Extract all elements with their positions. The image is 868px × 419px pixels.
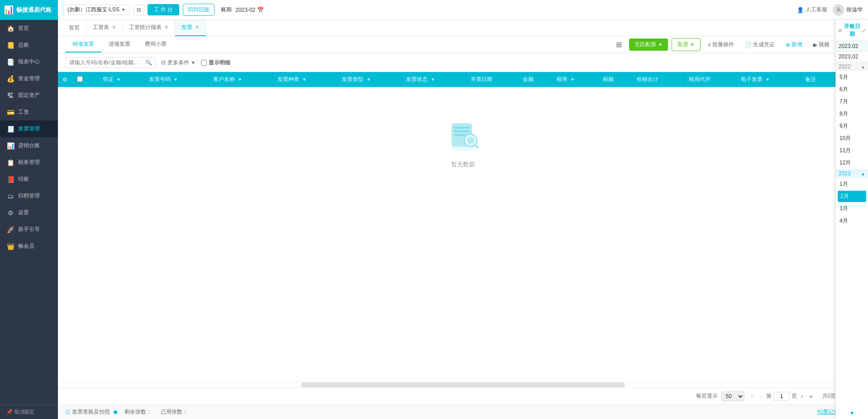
th-tax[interactable]: 税额 [598, 72, 632, 87]
sort-status-icon: ▼ [431, 77, 435, 82]
tab-invoice[interactable]: 发票 ✕ [175, 20, 206, 36]
th-tax-rate[interactable]: 税率 ▼ [552, 72, 598, 87]
month-2022-5[interactable]: 5月 [836, 71, 868, 83]
empty-text: 暂无数据 [451, 160, 475, 169]
month-2022-7[interactable]: 7月 [836, 96, 868, 108]
year-2022-header[interactable]: 2022 ▲ [836, 62, 868, 71]
month-2022-8[interactable]: 8月 [836, 108, 868, 120]
sidebar-item-funds[interactable]: 💰 资金管理 [0, 70, 58, 87]
sidebar-item-tax[interactable]: 📋 税务管理 [0, 154, 58, 171]
sidebar-item-reports[interactable]: 📑 报表中心 [0, 53, 58, 70]
sidebar-item-guide[interactable]: 🚀 新手引导 [0, 221, 58, 238]
month-2022-10[interactable]: 10月 [836, 132, 868, 144]
guide-icon: 🚀 [6, 226, 14, 233]
tab-salary-stat-close-icon[interactable]: ✕ [164, 24, 168, 30]
sub-tab-expense[interactable]: 费用小票 [138, 37, 174, 53]
first-page-button[interactable]: « [748, 392, 756, 400]
video-button[interactable]: ▶ 视频 [810, 39, 833, 50]
date-panel-close-icon[interactable]: ✕ [838, 27, 843, 34]
th-tax-total[interactable]: 价税合计 [632, 72, 684, 87]
last-page-button[interactable]: » [807, 392, 815, 400]
th-amount[interactable]: 金额 [518, 72, 552, 87]
th-checkbox[interactable] [72, 72, 98, 87]
page-input[interactable] [773, 392, 790, 401]
sidebar-item-vip[interactable]: 👑 畅会员 [0, 238, 58, 255]
scroll-down-icon[interactable]: ▼ [836, 407, 868, 419]
date-panel-expand-icon[interactable]: ⤢ [861, 27, 866, 34]
tab-salary[interactable]: 工资表 ✕ [86, 20, 123, 36]
search-input[interactable] [65, 57, 156, 68]
topbar-right: 👤 人工客服 头 徐溢华 [797, 4, 863, 16]
more-conditions-button[interactable]: ⊟ 更多条件 ▼ [161, 59, 196, 67]
show-detail-wrap[interactable]: 显示明细 [201, 59, 230, 67]
next-page-button[interactable]: › [799, 392, 805, 400]
new-button[interactable]: ⊕ 新增 [782, 39, 806, 50]
th-open-date[interactable]: 开票日期 [466, 72, 518, 87]
sidebar-item-settings[interactable]: ⚙ 设置 [0, 204, 58, 221]
sidebar-item-ledger[interactable]: 📒 总账 [0, 37, 58, 53]
tab-invoice-close-icon[interactable]: ✕ [195, 24, 199, 30]
batch-op-button[interactable]: ≡ 批量操作 [704, 39, 738, 50]
old-version-button[interactable]: 切到旧版 [183, 4, 215, 16]
hscroll-bar[interactable] [58, 382, 868, 387]
month-2023-1[interactable]: 1月 [836, 178, 868, 190]
sidebar-item-home[interactable]: 🏠 首页 [0, 20, 58, 37]
sidebar-item-label-home: 首页 [18, 24, 29, 32]
th-tax-office[interactable]: 税局代开 [684, 72, 736, 87]
month-2023-3[interactable]: 3月 [836, 202, 868, 215]
grid-view-icon[interactable]: ⊞ [616, 40, 622, 49]
th-remark[interactable]: 备注 [801, 72, 835, 87]
sidebar-item-close[interactable]: 📕 结账 [0, 171, 58, 188]
th-invoice-type[interactable]: 发票种类 ▼ [273, 72, 337, 87]
no-match-button[interactable]: 无匹配票 ▼ [629, 39, 668, 51]
month-2023-4[interactable]: 4月 [836, 215, 868, 227]
sidebar-item-salary[interactable]: 💳 工资 [0, 104, 58, 120]
company-selector[interactable]: (勿删）江西服宝-LSS ▼ [63, 5, 130, 15]
th-invoice-no[interactable]: 发票号码 ▼ [144, 72, 208, 87]
th-voucher[interactable]: 凭证 ▼ [98, 72, 144, 87]
th-invoice-status[interactable]: 发票状态 ▼ [401, 72, 466, 87]
unpin-icon: 📌 [6, 409, 13, 415]
invoice-verify-button[interactable]: ☑ 发票查验及拍照 [65, 408, 117, 416]
tab-salary-close-icon[interactable]: ✕ [112, 24, 116, 30]
search-icon[interactable]: 🔍 [145, 59, 152, 66]
sidebar-unpin[interactable]: 📌 取消固定 [0, 405, 58, 419]
vip-icon: 👑 [6, 243, 14, 250]
settings-icon: ⚙ [6, 209, 14, 217]
year-2023-header[interactable]: 2023 ▲ [836, 169, 868, 178]
sidebar-item-assets[interactable]: 🏗 固定资产 [0, 87, 58, 104]
month-2022-11[interactable]: 11月 [836, 144, 868, 157]
sidebar-item-label-sales: 进销台账 [18, 142, 40, 149]
used-stat: 已用张数： [161, 408, 190, 416]
date-recent-1[interactable]: 2023.02 [836, 41, 868, 52]
sidebar-item-invoice[interactable]: 🧾 发票管理 [0, 120, 58, 137]
sidebar-item-sales[interactable]: 📊 进销台账 [0, 137, 58, 154]
select-all-checkbox[interactable] [77, 76, 83, 82]
month-2022-6[interactable]: 6月 [836, 83, 868, 96]
gen-voucher-button[interactable]: 📄 生成凭证 [741, 39, 778, 50]
th-customer[interactable]: 客户名称 ▼ [208, 72, 272, 87]
take-ticket-button[interactable]: 取票 ▼ [672, 38, 701, 51]
copy-button[interactable]: ⧉ [134, 5, 144, 15]
show-detail-checkbox[interactable] [201, 60, 207, 66]
period-calendar-icon[interactable]: 📅 [257, 7, 264, 13]
sidebar-item-archive[interactable]: 🗂 归档管理 [0, 188, 58, 204]
toolbar: ⊞ 无匹配票 ▼ 取票 ▼ ≡ 批量操作 📄 生成凭证 [616, 38, 861, 51]
month-2022-9[interactable]: 9月 [836, 120, 868, 132]
customer-service-button[interactable]: 👤 人工客服 [797, 6, 827, 14]
prev-page-button[interactable]: ‹ [758, 392, 764, 400]
month-2023-2[interactable]: 2月 [838, 191, 866, 202]
sub-tab-purchase[interactable]: 进项发票 [101, 37, 138, 53]
user-menu[interactable]: 头 徐溢华 [833, 4, 863, 16]
tab-salary-stat[interactable]: 工资统计报表 ✕ [123, 20, 175, 36]
th-invoice-category[interactable]: 发票类型 ▼ [337, 72, 401, 87]
tab-home[interactable]: 首页 [62, 20, 86, 36]
th-settings[interactable]: ⚙ [58, 72, 72, 87]
date-recent-2[interactable]: 2023.02 [836, 52, 868, 62]
per-page-select[interactable]: 50 20 100 [721, 391, 744, 401]
workbench-button[interactable]: 工 作 台 [148, 4, 180, 15]
month-2022-12[interactable]: 12月 [836, 157, 868, 169]
th-e-invoice[interactable]: 电子发票 ▼ [736, 72, 801, 87]
sub-tab-sales[interactable]: 销项发票 [65, 37, 101, 53]
sort-customer-icon: ▼ [238, 77, 242, 82]
